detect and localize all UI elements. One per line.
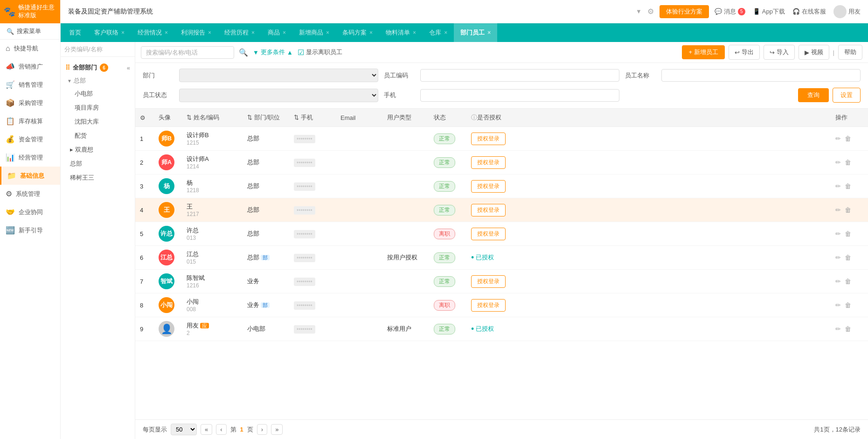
delete-button[interactable]: 🗑: [845, 206, 851, 214]
query-button[interactable]: 查询: [798, 88, 829, 102]
dept-search-input[interactable]: [64, 46, 135, 53]
delete-button[interactable]: 🗑: [845, 325, 851, 333]
edit-button[interactable]: ✏: [835, 206, 841, 214]
sidebar-item-finance[interactable]: 💰 资金管理: [0, 130, 60, 148]
info-circle-icon[interactable]: ⓘ: [471, 114, 477, 121]
tab-close-employees[interactable]: ×: [487, 29, 491, 36]
sidebar-item-sales[interactable]: 🛒 销售管理: [0, 76, 60, 94]
delete-button[interactable]: 🗑: [845, 301, 851, 309]
edit-button[interactable]: ✏: [835, 159, 841, 166]
last-page-button[interactable]: »: [271, 424, 283, 435]
sidebar-item-system[interactable]: ⚙ 系统管理: [0, 185, 60, 203]
sidebar-item-quick-nav[interactable]: ⌂ 快捷导航: [0, 40, 60, 57]
tab-home[interactable]: 首页: [62, 23, 88, 42]
edit-button[interactable]: ✏: [835, 254, 841, 261]
prev-page-button[interactable]: ‹: [216, 424, 226, 435]
tree-section-head-office[interactable]: ▼ 总部: [61, 75, 135, 87]
tree-item-small-elec[interactable]: 小电部: [61, 87, 135, 101]
col-settings[interactable]: ⚙: [135, 109, 154, 127]
user-item[interactable]: 用友: [833, 5, 861, 18]
edit-button[interactable]: ✏: [835, 182, 841, 190]
delete-button[interactable]: 🗑: [845, 135, 851, 142]
delete-button[interactable]: 🗑: [845, 182, 851, 190]
tree-item-head-office[interactable]: 总部: [61, 157, 135, 171]
collapse-icon[interactable]: «: [127, 64, 130, 71]
app-download-item[interactable]: 📱 App下载: [753, 7, 785, 16]
tree-item-distribution[interactable]: 配货: [61, 129, 135, 143]
delete-button[interactable]: 🗑: [845, 254, 851, 261]
next-page-button[interactable]: ›: [257, 424, 267, 435]
tab-close-add-product[interactable]: ×: [326, 29, 329, 36]
sidebar-item-marketing[interactable]: 📣 营销推广: [0, 57, 60, 76]
tab-employees[interactable]: 部门员工 ×: [454, 23, 497, 42]
sidebar-item-guide[interactable]: 🆕 新手引导: [0, 221, 60, 239]
edit-button[interactable]: ✏: [835, 230, 841, 237]
tab-close-barcode[interactable]: ×: [369, 29, 373, 36]
tree-item-double-deer[interactable]: ▸ 双鹿想: [61, 143, 135, 157]
sidebar-item-purchase[interactable]: 📦 采购管理: [0, 94, 60, 112]
dropdown-arrow-icon[interactable]: ▼: [636, 8, 642, 15]
edit-button[interactable]: ✏: [835, 278, 841, 285]
auth-button[interactable]: 授权登录: [471, 132, 506, 145]
sidebar-search[interactable]: 🔍 搜索菜单: [0, 23, 60, 40]
auth-button[interactable]: 授权登录: [471, 156, 506, 169]
phone-input[interactable]: [420, 89, 619, 102]
auth-button[interactable]: 授权登录: [471, 228, 506, 240]
trial-button[interactable]: 体验行业方案: [660, 5, 709, 18]
col-name-code[interactable]: ⇅ 姓名/编码: [182, 109, 243, 127]
export-button[interactable]: ↩ 导出: [729, 45, 760, 60]
show-resigned-toggle[interactable]: ☑ 显示离职员工: [298, 48, 342, 57]
tab-customer[interactable]: 客户联络 ×: [88, 23, 131, 42]
sidebar-item-collab[interactable]: 🤝 企业协同: [0, 203, 60, 221]
emp-name-input[interactable]: [661, 69, 861, 82]
dept-select[interactable]: [179, 69, 378, 82]
settings-button[interactable]: 设置: [833, 88, 861, 103]
add-employee-button[interactable]: + 新增员工: [682, 45, 724, 59]
tab-close-bom[interactable]: ×: [413, 29, 416, 36]
delete-button[interactable]: 🗑: [845, 230, 851, 237]
tab-close-warehouse[interactable]: ×: [444, 29, 447, 36]
import-button[interactable]: ↪ 导入: [764, 45, 795, 60]
first-page-button[interactable]: «: [201, 424, 212, 435]
help-button[interactable]: 帮助: [838, 45, 862, 60]
tree-item-sparse-tree[interactable]: 稀树王三: [61, 171, 135, 185]
tab-operation-status[interactable]: 经营情况 ×: [131, 23, 174, 42]
tab-profit[interactable]: 利润报告 ×: [174, 23, 218, 42]
tree-item-shenyang[interactable]: 沈阳大库: [61, 115, 135, 129]
edit-button[interactable]: ✏: [835, 135, 841, 142]
search-input[interactable]: [141, 46, 234, 59]
tab-products[interactable]: 商品 ×: [261, 23, 292, 42]
tab-close-operation-status[interactable]: ×: [165, 29, 168, 36]
tab-history[interactable]: 经营历程 ×: [218, 23, 261, 42]
per-page-select[interactable]: 50 100: [171, 424, 197, 435]
auth-button[interactable]: 授权登录: [471, 299, 506, 312]
online-service-item[interactable]: 🎧 在线客服: [792, 7, 826, 16]
emp-status-select[interactable]: [179, 89, 378, 102]
tab-add-product[interactable]: 新增商品 ×: [292, 23, 336, 42]
auth-button[interactable]: 授权登录: [471, 180, 506, 193]
sidebar-item-basic[interactable]: 📁 基础信息: [0, 167, 60, 185]
tab-bom[interactable]: 物料清单 ×: [379, 23, 423, 42]
tab-close-profit[interactable]: ×: [208, 29, 211, 36]
tab-close-products[interactable]: ×: [283, 29, 286, 36]
tab-close-customer[interactable]: ×: [121, 29, 125, 36]
settings-icon[interactable]: ⚙: [647, 7, 654, 16]
emp-code-input[interactable]: [420, 69, 619, 82]
tab-warehouse[interactable]: 仓库 ×: [423, 23, 454, 42]
delete-button[interactable]: 🗑: [845, 278, 851, 285]
tab-barcode[interactable]: 条码方案 ×: [336, 23, 379, 42]
tab-close-history[interactable]: ×: [251, 29, 255, 36]
delete-button[interactable]: 🗑: [845, 159, 851, 166]
sidebar-item-operation[interactable]: 📊 经营管理: [0, 148, 60, 167]
view-button[interactable]: ▶ 视频: [799, 45, 829, 60]
col-auth[interactable]: ⓘ是否授权: [466, 109, 522, 127]
col-phone[interactable]: ⇅ 手机: [289, 109, 336, 127]
all-dept-header[interactable]: ⠿ 全部部门 6 «: [61, 61, 135, 75]
auth-button[interactable]: 授权登录: [471, 275, 506, 288]
messages-item[interactable]: 💬 消息 5: [715, 7, 745, 16]
edit-button[interactable]: ✏: [835, 301, 841, 309]
edit-button[interactable]: ✏: [835, 325, 841, 333]
tree-item-project-storage[interactable]: 项目库房: [61, 101, 135, 115]
sidebar-item-inventory[interactable]: 📋 库存核算: [0, 112, 60, 130]
search-button[interactable]: 🔍: [239, 48, 248, 57]
